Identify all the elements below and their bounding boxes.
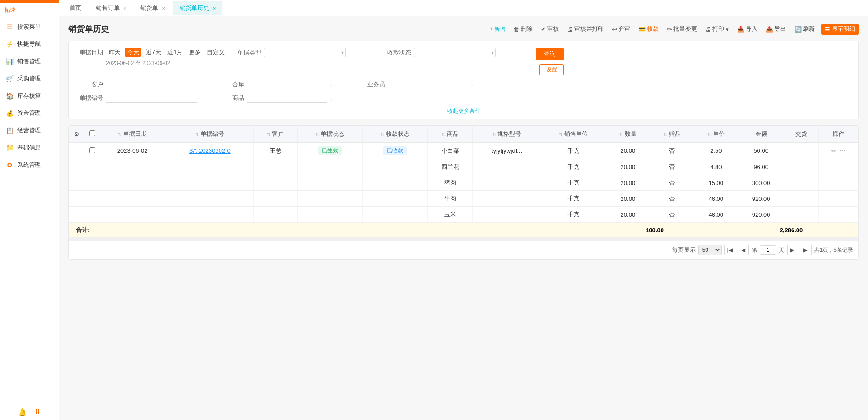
date-opt-more[interactable]: 更多 [187, 48, 202, 57]
page-label-suffix: 页 [779, 246, 784, 254]
col-checkbox[interactable] [85, 126, 99, 143]
audit-button[interactable]: ✔ 审核 [539, 24, 561, 34]
tab-sales-invoice-close[interactable]: × [162, 5, 165, 11]
salesperson-dots[interactable]: ... [471, 82, 475, 87]
pause-icon[interactable]: ⏸ [34, 408, 41, 416]
cell-checkbox[interactable] [85, 159, 99, 175]
doc-no-link[interactable]: SA-20230602-0 [189, 147, 231, 154]
docno-input[interactable] [106, 94, 197, 103]
cell-gift: 否 [650, 175, 694, 191]
cell-checkbox[interactable] [85, 175, 99, 191]
warehouse-input[interactable] [247, 80, 327, 89]
notification-icon[interactable]: 🔔 [18, 408, 27, 416]
tab-home[interactable]: 首页 [63, 1, 88, 15]
sidebar-item-inventory[interactable]: 🏠 库存核算 [0, 87, 59, 105]
date-opt-7days[interactable]: 近7天 [144, 48, 163, 57]
goods-dots[interactable]: ... [330, 95, 334, 101]
tab-sales-invoice[interactable]: 销货单 × [134, 1, 171, 15]
print-button[interactable]: 🖨 打印 ▾ [703, 24, 731, 34]
horizontal-scrollbar[interactable] [69, 237, 858, 240]
audit-icon: ✔ [541, 26, 546, 33]
cell-checkbox[interactable] [85, 207, 99, 223]
sidebar-item-purchase-mgmt[interactable]: 🛒 采购管理 [0, 70, 59, 87]
table-row: 牛肉 千克 20.00 否 46.00 920.00 [69, 191, 858, 207]
filter-toggle-btn[interactable]: 收起更多条件 [78, 107, 849, 115]
col-goods[interactable]: ⇅ 商品 [427, 126, 472, 143]
payment-status-select-wrap[interactable] [414, 48, 496, 57]
col-gift[interactable]: ⇅ 赠品 [650, 126, 694, 143]
tab-sales-history-close[interactable]: × [213, 5, 216, 11]
batch-change-button[interactable]: ✏ 批量变更 [665, 24, 699, 34]
date-opt-1month[interactable]: 近1月 [166, 48, 184, 57]
col-unit[interactable]: ⇅ 销售单位 [541, 126, 606, 143]
date-opt-yesterday[interactable]: 昨天 [107, 48, 122, 57]
col-spec[interactable]: ⇅ 规格型号 [473, 126, 541, 143]
tab-sales-order[interactable]: 销售订单 × [89, 1, 133, 15]
first-page-btn[interactable]: |◀ [724, 245, 735, 255]
col-doc-date[interactable]: ⇅ 单据日期 [99, 126, 166, 143]
cell-spec: tyjytjytyjdf... [473, 143, 541, 159]
cell-action [818, 175, 858, 191]
sidebar-item-system-mgmt[interactable]: ⚙ 系统管理 [0, 156, 59, 174]
audit-print-button[interactable]: 🖨 审核并打印 [565, 24, 606, 34]
select-all-checkbox[interactable] [89, 130, 95, 136]
per-page-select[interactable]: 50 100 [698, 245, 722, 255]
col-unit-price[interactable]: ⇅ 单价 [694, 126, 738, 143]
tab-sales-order-close[interactable]: × [123, 5, 126, 11]
row-checkbox[interactable] [89, 147, 95, 153]
cell-checkbox[interactable] [85, 191, 99, 207]
sidebar-item-search-menu[interactable]: ☰ 搜索菜单 [0, 18, 59, 35]
last-page-btn[interactable]: ▶| [801, 245, 812, 255]
payment-status-select[interactable] [414, 48, 496, 57]
cell-unit: 千克 [541, 175, 606, 191]
abandon-button[interactable]: ↩ 弃审 [610, 24, 632, 34]
col-quantity[interactable]: ⇅ 数量 [606, 126, 650, 143]
sidebar-item-fund-mgmt[interactable]: 💰 资金管理 [0, 105, 59, 122]
more-icon[interactable]: ⋯ [839, 147, 846, 155]
date-opt-today[interactable]: 今天 [125, 48, 141, 57]
date-opt-custom[interactable]: 自定义 [205, 48, 226, 57]
doc-type-select[interactable] [264, 48, 346, 57]
warehouse-filter: 合库 ... [219, 80, 346, 89]
col-doc-no[interactable]: ⇅ 单据编号 [166, 126, 253, 143]
col-action: 操作 [818, 126, 858, 143]
salesperson-label: 业务员 [360, 80, 385, 89]
col-payment-status[interactable]: ⇅ 收款状态 [362, 126, 427, 143]
edit-icon[interactable]: ✏ [831, 147, 837, 155]
sidebar-item-basic-info[interactable]: 📁 基础信息 [0, 139, 59, 156]
customer-label: 客户 [78, 80, 103, 89]
prev-page-btn[interactable]: ◀ [738, 245, 749, 255]
cell-settings [69, 207, 85, 223]
col-customer[interactable]: ⇅ 客户 [253, 126, 297, 143]
collect-button[interactable]: 💳 收款 [637, 24, 661, 34]
refresh-button[interactable]: 🔄 刷新 [793, 24, 817, 34]
page-number-input[interactable] [760, 245, 776, 255]
customer-input[interactable] [106, 80, 186, 89]
date-options: 昨天 今天 近7天 近1月 更多 自定义 [107, 48, 226, 57]
cell-quantity: 20.00 [606, 175, 650, 191]
show-detail-button[interactable]: ☰ 显示明细 [821, 24, 859, 35]
row-action-btns: ✏⋯ [823, 147, 854, 155]
sidebar-item-sales-mgmt[interactable]: 📊 销售管理 [0, 53, 59, 70]
new-button[interactable]: + 新增 [488, 25, 507, 34]
warehouse-dots[interactable]: ... [330, 82, 334, 87]
export-icon: 📤 [766, 26, 773, 33]
sidebar-item-operations-mgmt[interactable]: 📋 经营管理 [0, 122, 59, 139]
warehouse-label: 合库 [219, 80, 244, 89]
cell-checkbox[interactable] [85, 143, 99, 159]
salesperson-input[interactable] [388, 80, 468, 89]
doc-type-select-wrap[interactable] [264, 48, 346, 57]
customer-dots[interactable]: ... [189, 82, 193, 87]
export-button[interactable]: 📤 导出 [764, 24, 788, 34]
col-doc-status[interactable]: ⇅ 单据状态 [297, 126, 362, 143]
abandon-icon: ↩ [612, 26, 617, 33]
sidebar-item-quick-nav[interactable]: ⚡ 快捷导航 [0, 35, 59, 53]
setting-button[interactable]: 设置 [539, 64, 564, 75]
query-button[interactable]: 查询 [536, 48, 564, 60]
next-page-btn[interactable]: ▶ [787, 245, 798, 255]
col-settings[interactable]: ⚙ [69, 126, 85, 143]
delete-button[interactable]: 🗑 删除 [512, 24, 534, 34]
goods-input[interactable] [247, 94, 327, 103]
tab-sales-history[interactable]: 销货单历史 × [173, 1, 222, 15]
import-button[interactable]: 📥 导入 [735, 24, 759, 34]
